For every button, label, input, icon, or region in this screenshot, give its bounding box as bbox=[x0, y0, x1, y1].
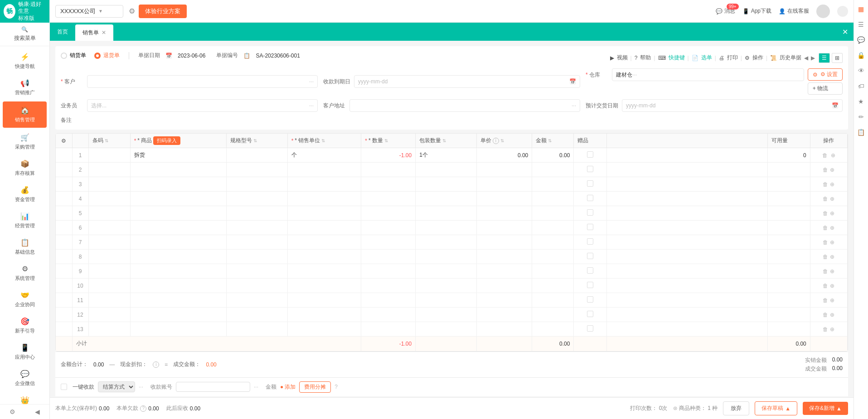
user-avatar-2[interactable] bbox=[837, 6, 848, 17]
trial-button[interactable]: 体验行业方案 bbox=[139, 5, 187, 18]
gift-checkbox[interactable] bbox=[587, 325, 593, 332]
account-input[interactable] bbox=[176, 382, 250, 392]
th-product[interactable]: * * 商品 扫码录入 bbox=[130, 134, 226, 148]
warehouse-dots[interactable]: ··· bbox=[632, 72, 637, 78]
right-panel-tag-icon[interactable]: 🏷 bbox=[854, 81, 868, 92]
right-panel-chat-icon[interactable]: 💬 bbox=[854, 34, 868, 45]
sidebar-item-finance[interactable]: 💰 资金管理 bbox=[0, 181, 49, 207]
spec-sort-icon[interactable]: ⇅ bbox=[253, 138, 257, 143]
customer-dots[interactable]: ··· bbox=[309, 78, 314, 85]
unit-sort-icon[interactable]: ⇅ bbox=[321, 138, 325, 143]
price-info-icon[interactable]: i bbox=[493, 138, 499, 144]
th-barcode[interactable]: 条码 ⇅ bbox=[88, 134, 130, 148]
next-icon[interactable]: ▶ bbox=[811, 55, 815, 61]
delete-icon[interactable]: 🗑 bbox=[823, 239, 828, 246]
gift-checkbox[interactable] bbox=[587, 267, 593, 274]
row-spec[interactable] bbox=[226, 148, 287, 163]
abandon-button[interactable]: 放弃 bbox=[723, 401, 749, 415]
gift-checkbox[interactable] bbox=[587, 180, 593, 187]
sidebar-item-quick-nav[interactable]: ⚡ 快捷导航 bbox=[0, 48, 49, 74]
delete-icon[interactable]: 🗑 bbox=[823, 210, 828, 217]
delete-icon[interactable]: 🗑 bbox=[823, 167, 828, 173]
right-panel-star-icon[interactable]: ★ bbox=[854, 96, 868, 107]
row-unit[interactable]: 个 bbox=[287, 148, 361, 163]
amount-sort-icon[interactable]: ⇅ bbox=[548, 138, 552, 143]
copy-icon[interactable]: ⊕ bbox=[830, 312, 834, 318]
delete-icon[interactable]: 🗑 bbox=[823, 254, 828, 260]
app-download-button[interactable]: 📱 App下载 bbox=[742, 7, 771, 15]
th-gift[interactable]: 赠品 bbox=[574, 134, 607, 148]
delete-icon[interactable]: 🗑 bbox=[823, 181, 828, 188]
discount-info-icon[interactable]: i bbox=[153, 361, 159, 368]
gift-checkbox[interactable] bbox=[587, 253, 593, 259]
row-qty[interactable]: -1.00 bbox=[361, 148, 416, 163]
copy-icon[interactable]: ⊕ bbox=[830, 210, 834, 217]
th-pkg[interactable]: 包装数量 ⇅ bbox=[416, 134, 477, 148]
copy-icon[interactable]: ⊕ bbox=[830, 181, 834, 188]
price-sort-icon[interactable]: ⇅ bbox=[500, 138, 504, 143]
sidebar-item-ops[interactable]: 📊 经营管理 bbox=[0, 207, 49, 234]
gift-checkbox[interactable] bbox=[587, 311, 593, 317]
right-panel-eye-icon[interactable]: 👁 bbox=[854, 65, 868, 76]
message-button[interactable]: 💬 消息 99+ bbox=[716, 7, 735, 15]
total-due-info-icon[interactable]: ? bbox=[140, 405, 146, 412]
copy-icon[interactable]: ⊕ bbox=[830, 268, 834, 275]
delete-icon[interactable]: 🗑 bbox=[823, 225, 828, 231]
sidebar-item-guide[interactable]: 🎯 新手引导 bbox=[0, 313, 49, 339]
delete-icon[interactable]: 🗑 bbox=[823, 283, 828, 289]
sidebar-item-apps[interactable]: 📱 应用中心 bbox=[0, 339, 49, 365]
tab-bar-close-icon[interactable]: ✕ bbox=[842, 28, 853, 36]
delete-icon[interactable]: 🗑 bbox=[823, 312, 828, 318]
online-service-button[interactable]: 👤 在线客服 bbox=[779, 7, 809, 15]
save-draft-button[interactable]: 保存草稿 ▲ bbox=[755, 401, 797, 415]
th-spec[interactable]: 规格型号 ⇅ bbox=[226, 134, 287, 148]
view-toggle-list[interactable]: ☰ bbox=[819, 53, 830, 63]
fee-split-button[interactable]: 费用分摊 bbox=[299, 381, 331, 393]
gift-checkbox[interactable] bbox=[587, 166, 593, 172]
qty-sort-icon[interactable]: ⇅ bbox=[384, 138, 388, 143]
right-panel-lock-icon[interactable]: 🔒 bbox=[854, 50, 868, 61]
th-avail[interactable]: 可用量 bbox=[767, 134, 810, 148]
sidebar-item-purchase[interactable]: 🛒 采购管理 bbox=[0, 129, 49, 155]
sidebar-item-sales[interactable]: 🏠 销售管理 bbox=[3, 101, 47, 128]
gift-checkbox[interactable] bbox=[587, 224, 593, 230]
fee-help-icon[interactable]: ? bbox=[335, 384, 338, 390]
sidebar-item-basic[interactable]: 📋 基础信息 bbox=[0, 234, 49, 260]
delete-icon[interactable]: 🗑 bbox=[823, 297, 828, 303]
delete-icon[interactable]: 🗑 bbox=[823, 196, 828, 202]
row-amount[interactable]: 0.00 bbox=[532, 148, 574, 163]
salesperson-dots[interactable]: ··· bbox=[309, 102, 314, 109]
copy-icon[interactable]: ⊕ bbox=[830, 225, 834, 231]
copy-icon[interactable]: ⊕ bbox=[830, 283, 834, 289]
due-date-calendar-icon[interactable]: 📅 bbox=[569, 78, 576, 85]
sidebar-item-member[interactable]: 👑 畅会员 bbox=[0, 391, 49, 404]
gift-checkbox[interactable] bbox=[587, 296, 593, 303]
th-qty[interactable]: * * 数量 ⇅ bbox=[361, 134, 416, 148]
view-toggle-grid[interactable]: ⊞ bbox=[832, 53, 843, 63]
gift-checkbox[interactable] bbox=[587, 282, 593, 288]
date-calendar-icon[interactable]: 📅 bbox=[165, 53, 172, 59]
settings-button[interactable]: ⚙ ⚙ 设置 bbox=[808, 68, 843, 81]
one-click-checkbox[interactable] bbox=[61, 384, 67, 390]
expected-date-calendar-icon[interactable]: 📅 bbox=[832, 102, 839, 109]
row-pkg[interactable]: 1个 bbox=[416, 148, 477, 163]
row-product[interactable]: 拆货 bbox=[130, 148, 226, 163]
settings-bottom-icon[interactable]: ⚙ bbox=[10, 408, 15, 415]
right-panel-list-icon[interactable]: ☰ bbox=[854, 19, 868, 30]
radio-return[interactable]: 退货单 bbox=[94, 52, 120, 59]
header-settings-icon[interactable]: ⚙ bbox=[129, 7, 135, 15]
save-new-button[interactable]: 保存&新增 ▲ bbox=[803, 402, 848, 415]
sidebar-item-system[interactable]: ⚙ 系统管理 bbox=[0, 260, 49, 286]
right-panel-grid-icon[interactable]: ▦ bbox=[854, 4, 868, 14]
sidebar-item-inventory[interactable]: 📦 库存核算 bbox=[0, 155, 49, 181]
copy-icon[interactable]: ⊕ bbox=[831, 152, 835, 159]
copy-icon[interactable]: ⊕ bbox=[830, 254, 834, 260]
th-desc[interactable] bbox=[607, 134, 768, 148]
method-select[interactable]: 结算方式 bbox=[98, 381, 135, 392]
row-price[interactable]: 0.00 bbox=[476, 148, 532, 163]
tab-home[interactable]: 首页 bbox=[50, 23, 75, 41]
gift-checkbox[interactable] bbox=[587, 195, 593, 201]
gift-checkbox[interactable] bbox=[587, 151, 593, 158]
row-gift[interactable] bbox=[574, 148, 607, 163]
scan-button[interactable]: 扫码录入 bbox=[153, 136, 180, 145]
